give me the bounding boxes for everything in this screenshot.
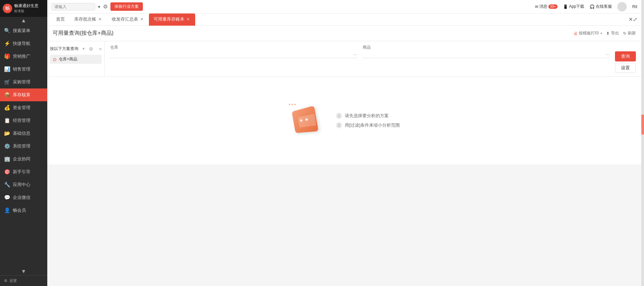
sidebar-scroll: 🔍 搜索菜单 ⚡ 快捷导航 🎁 营销推广 📊 销售管理 🛒 采购管理 📦 库存核…	[0, 24, 47, 268]
empty-illustration	[289, 104, 323, 137]
username-label[interactable]: Rit	[632, 4, 637, 9]
apps-icon: 🔧	[4, 182, 10, 188]
page-actions: 🖨 按模板打印 ▾ ⬆ 导出 ↻ 刷新	[573, 30, 636, 36]
app-download-button[interactable]: 📱 App下载	[563, 4, 584, 9]
query-right-panel: 仓库 ··· 商品 ··· 查询 设置	[105, 41, 641, 76]
operations-icon: 📋	[4, 118, 10, 124]
box-eye-right	[305, 118, 308, 121]
service-icon: 🎧	[590, 4, 595, 9]
tab-available-close[interactable]: ✕	[186, 17, 190, 22]
scroll-up-button[interactable]: ▲	[0, 17, 47, 24]
sidebar-item-purchase[interactable]: 🛒 采购管理	[0, 76, 47, 88]
purchase-icon: 🛒	[4, 79, 10, 85]
topbar-dropdown-button[interactable]: ▾	[98, 4, 100, 9]
app-title: 畅康通好生意	[14, 3, 38, 9]
service-button[interactable]: 🎧 在线客服	[590, 4, 612, 9]
query-actions: ＋ ⊙	[80, 45, 94, 52]
sidebar-item-search[interactable]: 🔍 搜索菜单	[0, 24, 47, 37]
sidebar-bottom: ⚙ 设置	[0, 275, 47, 286]
sidebar-item-quick-nav[interactable]: ⚡ 快捷导航	[0, 37, 47, 50]
sidebar: 畅 畅康通好生意 标准版 ▲ 🔍 搜索菜单 ⚡ 快捷导航 🎁 营销推广 📊 销售…	[0, 0, 47, 286]
settings-scheme-button[interactable]: ⊙	[88, 45, 94, 52]
print-icon: 🖨	[573, 31, 577, 36]
tab-batch-close[interactable]: ✕	[98, 17, 102, 22]
main-area: ▾ ⚙ 体验行业方案 ✉ 消息 99+ 📱 App下载 🎧 在线客服 Rit 首…	[47, 0, 641, 286]
tab-available[interactable]: 可用量库存账本 ✕	[149, 14, 195, 26]
system-icon: ⚙️	[4, 143, 10, 149]
scheme-item[interactable]: ⊙ 仓库+商品	[50, 55, 102, 64]
tab-home[interactable]: 首页	[51, 14, 70, 26]
trial-button[interactable]: 体验行业方案	[110, 2, 143, 11]
topbar-right: ✉ 消息 99+ 📱 App下载 🎧 在线客服 Rit	[535, 2, 637, 11]
page-header: 可用量查询(按仓库+商品) 🖨 按模板打印 ▾ ⬆ 导出 ↻ 刷新	[47, 26, 641, 41]
refresh-icon: ↻	[623, 31, 626, 36]
export-button[interactable]: ⬆ 导出	[606, 30, 619, 36]
sidebar-item-apps[interactable]: 🔧 应用中心	[0, 178, 47, 191]
goods-more-button[interactable]: ···	[606, 52, 610, 57]
topbar-search-input[interactable]	[51, 3, 95, 10]
sidebar-item-finance[interactable]: 💰 资金管理	[0, 101, 47, 114]
tabbar-expand-button[interactable]: ⤢	[633, 16, 637, 23]
goods-label: 商品	[363, 45, 610, 50]
empty-inner: 1 请先选择要分析的方案 2 用[过滤]条件来缩小分析范围	[289, 104, 400, 137]
warehouse-label: 仓库	[110, 45, 357, 50]
empty-state: 1 请先选择要分析的方案 2 用[过滤]条件来缩小分析范围	[47, 77, 641, 164]
sidebar-item-member[interactable]: 👤 畅会员	[0, 204, 47, 217]
query-label: 按以下方案查询 ＋ ⊙ «	[50, 45, 102, 52]
page-title: 可用量查询(按仓库+商品)	[53, 30, 113, 37]
tabbar: 首页 库存批次账 ✕ 收发存汇总表 ✕ 可用量库存账本 ✕ ✕ ⤢	[47, 14, 641, 26]
marketing-icon: 🎁	[4, 53, 10, 59]
tabbar-close-button[interactable]: ✕	[628, 16, 633, 23]
topbar-gear-button[interactable]: ⚙	[103, 3, 108, 10]
sidebar-item-system[interactable]: ⚙️ 系统管理	[0, 140, 47, 153]
print-dropdown-icon: ▾	[600, 31, 602, 35]
query-button[interactable]: 查询	[615, 51, 636, 61]
goods-input-wrap: ···	[363, 52, 610, 58]
sidebar-item-corp[interactable]: 🏢 企业协同	[0, 153, 47, 165]
topbar: ▾ ⚙ 体验行业方案 ✉ 消息 99+ 📱 App下载 🎧 在线客服 Rit	[47, 0, 641, 14]
scrollbar-handle[interactable]	[641, 114, 644, 135]
goods-field: 商品 ···	[363, 45, 610, 58]
add-scheme-button[interactable]: ＋	[80, 45, 87, 52]
print-button[interactable]: 🖨 按模板打印 ▾	[573, 30, 602, 36]
warehouse-input[interactable]	[110, 52, 353, 57]
cloud-dots	[289, 104, 296, 105]
cloud-dot-3	[294, 104, 296, 105]
sidebar-item-inventory[interactable]: 📦 库存核算	[0, 88, 47, 101]
right-scrollbar[interactable]	[641, 0, 644, 286]
search-icon: 🔍	[4, 28, 10, 34]
finance-icon: 💰	[4, 105, 10, 111]
box-eye-left	[300, 119, 303, 122]
refresh-button[interactable]: ↻ 刷新	[623, 30, 636, 36]
avatar[interactable]	[617, 2, 627, 11]
goods-input[interactable]	[363, 52, 606, 57]
scroll-down-button[interactable]: ▼	[0, 268, 47, 275]
sidebar-item-marketing[interactable]: 🎁 营销推广	[0, 50, 47, 63]
collapse-button[interactable]: «	[99, 46, 102, 51]
tab-summary-close[interactable]: ✕	[139, 17, 144, 22]
query-btn-area: 查询 设置	[615, 45, 636, 73]
sidebar-item-guide[interactable]: 🎯 新手引导	[0, 165, 47, 178]
sidebar-item-sales[interactable]: 📊 销售管理	[0, 63, 47, 76]
basic-icon: 📂	[4, 130, 10, 136]
query-left-panel: 按以下方案查询 ＋ ⊙ « ⊙ 仓库+商品	[47, 41, 105, 76]
settings-button[interactable]: 设置	[615, 63, 636, 73]
tip-item-1: 1 请先选择要分析的方案	[336, 113, 400, 119]
scheme-icon: ⊙	[53, 57, 57, 62]
message-button[interactable]: ✉ 消息 99+	[535, 4, 558, 9]
app-icon: 📱	[563, 4, 568, 9]
wechat-icon: 💬	[4, 194, 10, 201]
warehouse-more-button[interactable]: ···	[353, 52, 357, 57]
sidebar-item-operations[interactable]: 📋 经营管理	[0, 114, 47, 127]
tip-num-1: 1	[336, 113, 342, 119]
query-section: 按以下方案查询 ＋ ⊙ « ⊙ 仓库+商品 仓库 ···	[47, 41, 641, 77]
sales-icon: 📊	[4, 66, 10, 72]
quick-nav-icon: ⚡	[4, 41, 10, 47]
tab-summary[interactable]: 收发存汇总表 ✕	[107, 14, 149, 26]
corp-icon: 🏢	[4, 156, 10, 162]
sidebar-item-wechat[interactable]: 💬 企业微信	[0, 191, 47, 204]
member-icon: 👤	[4, 207, 10, 213]
tab-batch[interactable]: 库存批次账 ✕	[70, 14, 107, 26]
sidebar-item-basic[interactable]: 📂 基础信息	[0, 127, 47, 140]
app-logo: 畅	[3, 4, 12, 13]
